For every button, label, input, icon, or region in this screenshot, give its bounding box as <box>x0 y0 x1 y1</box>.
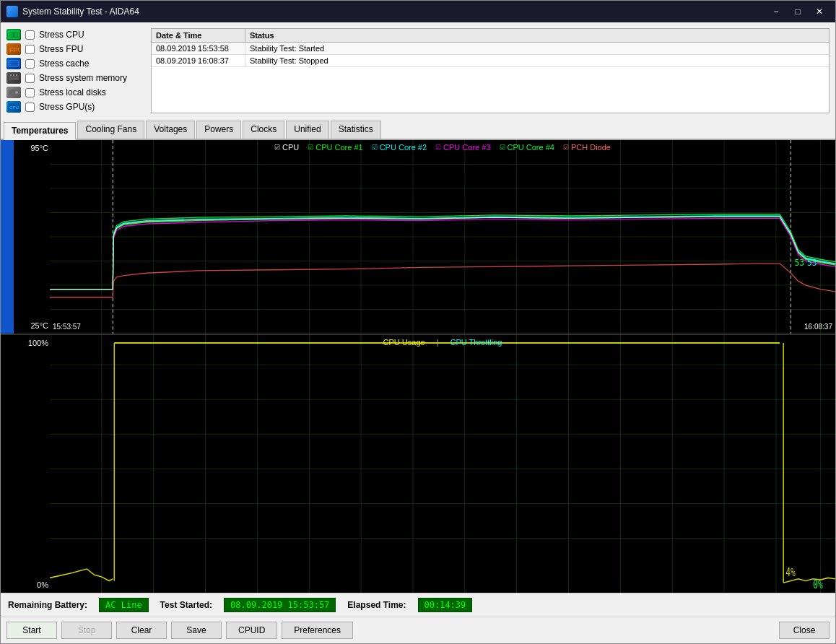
stop-button[interactable]: Stop <box>61 622 112 639</box>
svg-rect-1 <box>10 32 13 37</box>
legend-core1-label: CPU Core #1 <box>315 143 362 152</box>
tab-unified[interactable]: Unified <box>286 121 328 139</box>
button-spacer <box>357 622 775 639</box>
log-status-2: Stability Test: Stopped <box>245 55 333 66</box>
stress-memory-checkbox[interactable] <box>25 74 35 83</box>
svg-text:53: 53 <box>807 258 817 269</box>
log-header: Date & Time Status <box>152 29 829 43</box>
svg-text:53: 53 <box>795 258 805 269</box>
tab-temperatures[interactable]: Temperatures <box>4 122 76 140</box>
button-bar: Start Stop Clear Save CPUID Preferences … <box>1 617 835 643</box>
usage-chart-legend: CPU Usage | CPU Throttling <box>50 338 835 347</box>
stress-gpu-checkbox[interactable] <box>25 103 35 112</box>
tab-voltages[interactable]: Voltages <box>146 121 195 139</box>
stress-memory-label: Stress system memory <box>39 73 127 83</box>
tabs-container: Temperatures Cooling Fans Voltages Power… <box>1 119 835 140</box>
stress-memory-item: Stress system memory <box>6 71 144 84</box>
battery-value: AC Line <box>99 598 149 612</box>
svg-text:0%: 0% <box>813 579 823 591</box>
legend-cpu-label: CPU <box>282 143 299 152</box>
log-row-2: 08.09.2019 16:08:37 Stability Test: Stop… <box>152 55 829 67</box>
log-date-header: Date & Time <box>152 29 245 42</box>
bottom-status: Remaining Battery: AC Line Test Started:… <box>1 593 835 617</box>
log-status-1: Stability Test: Started <box>245 43 328 54</box>
stress-cpu-checkbox[interactable] <box>25 30 35 40</box>
test-started-value: 08.09.2019 15:53:57 <box>224 598 336 612</box>
minimize-button[interactable]: − <box>766 4 786 19</box>
temp-chart-svg: 53 53 <box>50 140 835 334</box>
temp-side-indicator <box>1 140 14 334</box>
usage-y-axis: 100% 0% <box>1 335 50 593</box>
stress-cache-checkbox[interactable] <box>25 59 35 69</box>
cpuid-button[interactable]: CPUID <box>226 622 277 639</box>
temp-x-end: 16:08:37 <box>804 323 832 331</box>
log-status-header: Status <box>245 29 279 42</box>
temp-y-axis: 95°C 25°C <box>14 140 50 334</box>
stress-cpu-item: Stress CPU <box>6 28 144 41</box>
charts-area: 95°C 25°C ☑ CPU ☑ CPU Core #1 <box>1 140 835 593</box>
close-button[interactable]: Close <box>779 622 830 639</box>
log-row-1: 08.09.2019 15:53:58 Stability Test: Star… <box>152 43 829 55</box>
stress-cpu-label: Stress CPU <box>39 30 84 40</box>
svg-point-12 <box>15 91 18 94</box>
stress-cache-label: Stress cache <box>39 58 89 69</box>
battery-label: Remaining Battery: <box>8 600 87 610</box>
clear-button[interactable]: Clear <box>116 622 167 639</box>
legend-pch-label: PCH Diode <box>571 143 611 152</box>
legend-core3: ☑ CPU Core #3 <box>435 143 490 152</box>
temp-y-max: 95°C <box>15 144 48 152</box>
maximize-button[interactable]: □ <box>788 4 808 19</box>
temp-y-min: 25°C <box>15 321 48 330</box>
svg-text:4%: 4% <box>785 566 796 578</box>
log-date-2: 08.09.2019 16:08:37 <box>152 55 245 66</box>
legend-cpu-usage-label: CPU Usage <box>383 338 425 347</box>
start-button[interactable]: Start <box>6 622 57 639</box>
tab-powers[interactable]: Powers <box>196 121 241 139</box>
stress-gpu-item: GPU Stress GPU(s) <box>6 100 144 113</box>
preferences-button[interactable]: Preferences <box>282 622 353 639</box>
stress-memory-icon <box>6 72 21 84</box>
log-panel: Date & Time Status 08.09.2019 15:53:58 S… <box>151 28 830 113</box>
svg-rect-42 <box>50 335 835 593</box>
save-button[interactable]: Save <box>171 622 222 639</box>
temp-chart-wrapper: 95°C 25°C ☑ CPU ☑ CPU Core #1 <box>1 140 835 335</box>
title-bar-buttons: − □ ✕ <box>766 4 830 19</box>
legend-core2: ☑ CPU Core #2 <box>372 143 427 152</box>
elapsed-value: 00:14:39 <box>418 598 473 612</box>
legend-core1: ☑ CPU Core #1 <box>308 143 362 152</box>
tab-cooling[interactable]: Cooling Fans <box>77 121 144 139</box>
svg-rect-7 <box>9 76 19 80</box>
legend-core4: ☑ CPU Core #4 <box>500 143 554 152</box>
title-close-button[interactable]: ✕ <box>809 4 830 19</box>
stress-gpu-icon: GPU <box>6 101 21 113</box>
log-date-1: 08.09.2019 15:53:58 <box>152 43 245 54</box>
tab-clocks[interactable]: Clocks <box>243 121 284 139</box>
stress-options: Stress CPU FPU Stress FPU Stress cache <box>6 28 144 113</box>
test-started-label: Test Started: <box>160 600 212 610</box>
main-window: System Stability Test - AIDA64 − □ ✕ Str… <box>0 0 836 644</box>
temp-x-start: 15:53:57 <box>53 323 81 331</box>
legend-pch: ☑ PCH Diode <box>563 143 611 152</box>
title-bar: System Stability Test - AIDA64 − □ ✕ <box>1 1 835 22</box>
svg-rect-9 <box>13 74 14 76</box>
stress-disk-icon <box>6 87 21 98</box>
legend-cpu-throttling-label: CPU Throttling <box>450 338 502 347</box>
svg-rect-4 <box>9 61 19 66</box>
usage-chart-wrapper: 100% 0% CPU Usage | CPU Throttling <box>1 335 835 593</box>
usage-chart-svg: 4% 0% <box>50 335 835 593</box>
tab-statistics[interactable]: Statistics <box>331 121 381 139</box>
stress-gpu-label: Stress GPU(s) <box>39 102 95 112</box>
usage-chart-main: CPU Usage | CPU Throttling <box>50 335 835 593</box>
stress-disk-checkbox[interactable] <box>25 88 35 97</box>
legend-cpu-usage: CPU Usage <box>383 338 425 347</box>
app-icon <box>6 6 18 17</box>
elapsed-label: Elapsed Time: <box>347 600 406 610</box>
temp-x-labels: 15:53:57 16:08:37 <box>50 323 835 331</box>
main-content: Stress CPU FPU Stress FPU Stress cache <box>1 22 835 643</box>
svg-rect-2 <box>14 32 17 37</box>
legend-cpu-throttling: CPU Throttling <box>450 338 502 347</box>
svg-text:FPU: FPU <box>9 46 19 53</box>
stress-disk-item: Stress local disks <box>6 86 144 99</box>
stress-fpu-checkbox[interactable] <box>25 45 35 54</box>
legend-core3-label: CPU Core #3 <box>443 143 490 152</box>
